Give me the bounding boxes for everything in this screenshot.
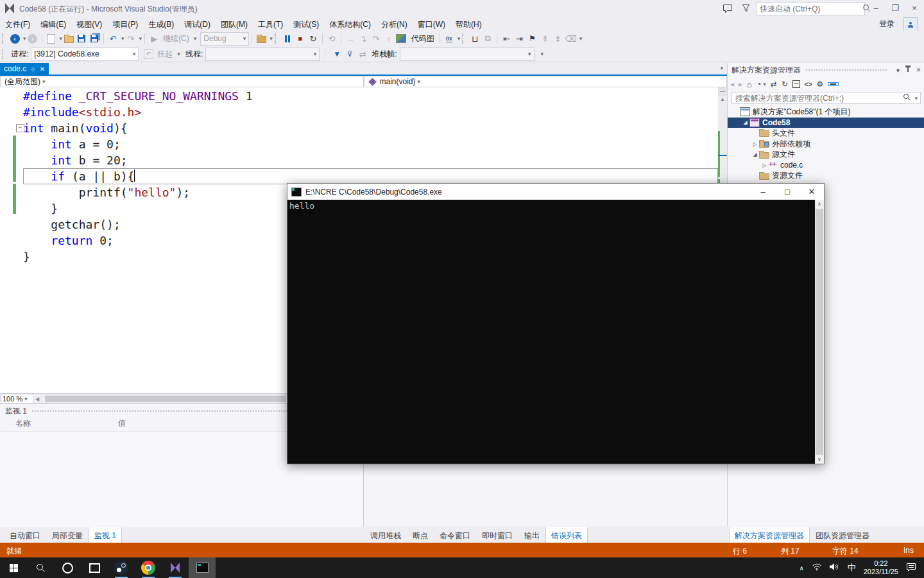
filter-threads-icon[interactable]: ▼ xyxy=(331,48,343,60)
process-select[interactable]: [3912] Code58.exe▾ xyxy=(31,48,139,61)
close-tab-icon[interactable]: ✕ xyxy=(40,66,45,73)
toolbar-grip[interactable] xyxy=(2,33,5,44)
expander-icon[interactable]: ◢ xyxy=(751,152,759,157)
explorer-panel-tab[interactable]: 团队资源管理器 xyxy=(810,527,875,545)
console-title-bar[interactable]: E:\NCRE C\Code58\Debug\Code58.exe – □ ✕ xyxy=(287,184,824,200)
restore-button[interactable]: ❐ xyxy=(886,0,905,15)
tray-expand-icon[interactable]: ∧ xyxy=(799,565,803,572)
code-line[interactable]: int a = 0; xyxy=(23,136,718,152)
tree-item[interactable]: ▷外部依赖项 xyxy=(728,139,924,150)
expander-icon[interactable]: ▷ xyxy=(760,162,769,168)
indent-decrease-icon[interactable]: ⇤ xyxy=(501,33,512,44)
tree-item[interactable]: ▷code.c xyxy=(728,160,924,171)
zoom-level-select[interactable]: 100 %▾ xyxy=(0,394,33,404)
watch-panel-tab[interactable]: 局部变量 xyxy=(46,527,89,545)
console-scrollbar[interactable]: ∧ ∨ xyxy=(815,200,824,464)
column-value[interactable]: 值 xyxy=(118,418,126,431)
auto-hide-pin-icon[interactable] xyxy=(905,66,911,75)
code-line[interactable]: if (a || b){ xyxy=(23,168,718,184)
tree-item[interactable]: 资源文件 xyxy=(728,171,924,182)
minimize-button[interactable]: – xyxy=(866,0,886,15)
code-map-label[interactable]: 代码图 xyxy=(411,33,434,44)
solution-explorer-title[interactable]: 解决方案资源管理器 ▾ × xyxy=(728,63,924,77)
code-map-icon[interactable] xyxy=(396,33,408,44)
show-all-files-icon[interactable]: <> xyxy=(805,81,812,88)
tree-item[interactable]: 解决方案"Code58"(1 个项目) xyxy=(728,107,924,118)
tree-item[interactable]: ◢源文件 xyxy=(728,149,924,160)
ime-indicator[interactable]: 中 xyxy=(848,562,856,574)
tab-list-dropdown-icon[interactable]: ▾ xyxy=(720,65,723,71)
notifications-funnel-icon[interactable] xyxy=(742,4,750,15)
watch-panel-tab[interactable]: 监视 1 xyxy=(89,527,122,545)
toolbar-grip[interactable] xyxy=(462,33,465,44)
user-avatar[interactable] xyxy=(903,17,918,31)
tree-item[interactable]: 头文件 xyxy=(728,128,924,139)
save-button[interactable] xyxy=(76,33,87,44)
toolbar-grip[interactable] xyxy=(2,49,5,59)
stop-debugging-button[interactable]: ■ xyxy=(295,33,306,44)
outlining-collapse-icon[interactable]: − xyxy=(16,124,24,132)
refresh-icon[interactable]: ↻ xyxy=(782,80,788,89)
pending-changes-filter-icon[interactable]: ◔▾ xyxy=(757,80,766,89)
bottom-panel-tab[interactable]: 断点 xyxy=(407,527,434,545)
member-dropdown[interactable]: main(void)▾ xyxy=(364,76,728,87)
code-line[interactable]: int b = 20; xyxy=(23,152,718,168)
console-output-area[interactable]: hello ∧ ∨ xyxy=(287,200,824,464)
scope-dropdown[interactable]: (全局范围)▾ xyxy=(0,76,364,87)
bottom-panel-tab[interactable]: 即时窗口 xyxy=(476,527,518,545)
code-line[interactable]: #define _CRT_SECURE_NO_WARNINGS 1 xyxy=(23,88,718,104)
action-center-icon[interactable] xyxy=(906,563,916,574)
tree-item[interactable]: ◢Code58 xyxy=(728,118,924,128)
bookmark-button[interactable]: ⚑ xyxy=(526,33,538,44)
console-window[interactable]: E:\NCRE C\Code58\Debug\Code58.exe – □ ✕ … xyxy=(287,183,825,464)
quick-launch-box[interactable] xyxy=(756,2,865,15)
open-file-button[interactable] xyxy=(63,33,74,44)
console-scrollbar-thumb[interactable] xyxy=(816,209,823,455)
collapse-all-icon[interactable] xyxy=(792,80,800,88)
output-window-icon[interactable]: ⊔ xyxy=(469,33,481,44)
solution-explorer-search-input[interactable] xyxy=(732,94,903,103)
save-all-button[interactable] xyxy=(89,33,100,44)
task-view-button[interactable] xyxy=(81,557,108,578)
cortana-button[interactable] xyxy=(54,557,81,578)
close-panel-icon[interactable]: × xyxy=(916,66,921,74)
bottom-panel-tab[interactable]: 输出 xyxy=(518,527,545,545)
hex-display-toggle[interactable]: 0x xyxy=(443,33,455,44)
navigate-back-button[interactable]: ‹ xyxy=(9,33,21,44)
break-all-button[interactable] xyxy=(282,33,293,44)
window-position-dropdown-icon[interactable]: ▾ xyxy=(896,67,900,74)
sync-with-active-document-icon[interactable]: ⇄ xyxy=(771,80,777,89)
bottom-panel-tab[interactable]: 命令窗口 xyxy=(434,527,476,545)
sign-in-link[interactable]: 登录 xyxy=(879,19,894,30)
undo-button[interactable]: ↶ xyxy=(107,33,119,44)
watch-panel-tab[interactable]: 自动窗口 xyxy=(4,527,46,545)
taskbar-clock[interactable]: 0:22 2023/11/25 xyxy=(864,559,898,576)
console-minimize-button[interactable]: – xyxy=(751,184,775,200)
flagged-threads-filter-icon[interactable]: ⊽ xyxy=(344,48,355,60)
indent-increase-icon[interactable]: ⇥ xyxy=(513,33,525,44)
console-maximize-button[interactable]: □ xyxy=(775,184,800,200)
scroll-down-icon[interactable]: ∨ xyxy=(815,457,824,462)
solution-explorer-search-box[interactable]: ▾ xyxy=(732,92,921,104)
chrome-taskbar-icon[interactable] xyxy=(135,557,162,578)
feedback-icon[interactable] xyxy=(723,4,733,15)
search-icon[interactable] xyxy=(903,93,912,103)
splitter-handle[interactable]: — xyxy=(718,87,727,96)
code-line[interactable]: #include<stdio.h> xyxy=(23,104,718,120)
console-app-taskbar-icon[interactable] xyxy=(189,557,216,578)
visual-studio-taskbar-icon[interactable] xyxy=(162,557,189,578)
pin-tab-icon[interactable]: ⊹ xyxy=(30,66,35,73)
horizontal-scrollbar-thumb[interactable] xyxy=(45,396,286,402)
scroll-up-icon[interactable]: ▲ xyxy=(718,96,727,102)
close-button[interactable]: × xyxy=(905,0,924,15)
explorer-panel-tab[interactable]: 解决方案资源管理器 xyxy=(729,527,810,545)
scroll-up-icon[interactable]: ∧ xyxy=(815,201,824,207)
document-tab-codec[interactable]: code.c ⊹ ✕ xyxy=(0,63,49,74)
console-close-button[interactable]: ✕ xyxy=(800,184,824,200)
bottom-panel-tab[interactable]: 错误列表 xyxy=(545,527,588,545)
restart-button[interactable]: ↻ xyxy=(307,33,319,44)
bottom-panel-tab[interactable]: 调用堆栈 xyxy=(364,527,407,545)
toolbar-grip[interactable] xyxy=(275,33,278,44)
diagnostic-tools-icon[interactable] xyxy=(255,33,267,44)
home-icon[interactable]: ⌂ xyxy=(747,80,752,89)
